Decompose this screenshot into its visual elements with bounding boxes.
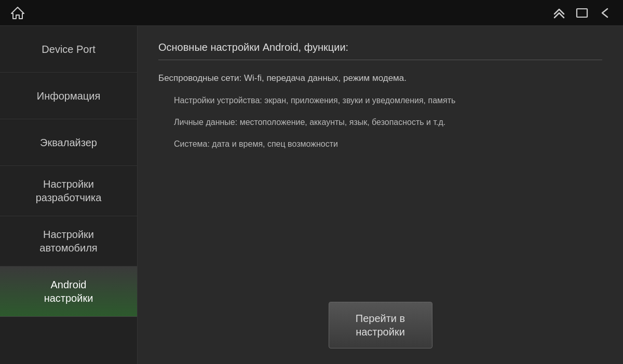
- content-body: Беспроводные сети: Wi-fi, передача данны…: [158, 72, 602, 291]
- content-title: Основные настройки Android, функции:: [158, 41, 602, 53]
- multitask-button[interactable]: [575, 6, 589, 20]
- back-button[interactable]: [598, 6, 613, 20]
- content-area: Основные настройки Android, функции: Бес…: [138, 26, 623, 364]
- top-bar: [0, 0, 623, 26]
- sidebar-item-dev-settings[interactable]: Настройкиразработчика: [0, 166, 137, 216]
- content-line-3: Личные данные: местоположение, аккаунты,…: [174, 116, 602, 129]
- sidebar-item-android-settings[interactable]: Androidнастройки: [0, 267, 137, 317]
- home-button[interactable]: [10, 6, 25, 20]
- sidebar: Device Port Информация Эквалайзер Настро…: [0, 26, 138, 364]
- sidebar-item-car-settings[interactable]: Настройкиавтомобиля: [0, 216, 137, 267]
- sidebar-item-device-port[interactable]: Device Port: [0, 26, 137, 73]
- go-to-settings-button[interactable]: Перейти внастройки: [329, 302, 432, 348]
- main-layout: Device Port Информация Эквалайзер Настро…: [0, 26, 623, 364]
- content-divider: [158, 60, 602, 60]
- content-line-4: Система: дата и время, спец возможности: [174, 138, 602, 150]
- content-line-2: Настройки устройства: экран, приложения,…: [174, 94, 602, 107]
- sidebar-item-equalizer[interactable]: Эквалайзер: [0, 119, 137, 166]
- svg-rect-1: [577, 9, 587, 17]
- top-bar-right: [552, 6, 613, 20]
- content-line-1: Беспроводные сети: Wi-fi, передача данны…: [158, 72, 602, 85]
- content-footer: Перейти внастройки: [158, 291, 602, 348]
- svg-marker-0: [11, 7, 24, 19]
- top-bar-left: [10, 6, 25, 20]
- sidebar-item-information[interactable]: Информация: [0, 73, 137, 119]
- up-icon-button[interactable]: [552, 6, 566, 20]
